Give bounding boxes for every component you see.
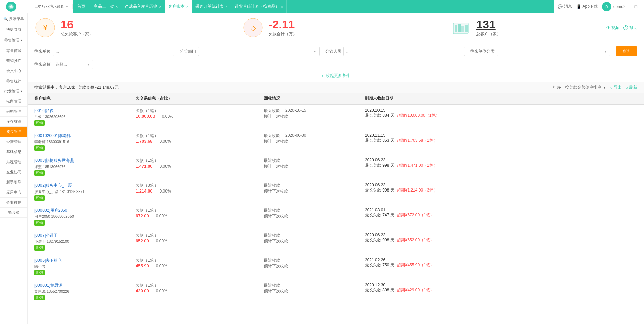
- sidebar-item-wholesale[interactable]: 批发管理 ▼: [0, 86, 27, 96]
- tab-products[interactable]: 商品上下架 ×: [90, 0, 121, 13]
- tab-close-icon[interactable]: ×: [281, 5, 283, 9]
- tab-purchase-stats[interactable]: 进货单统计表（按商品） ×: [231, 0, 287, 13]
- stat-icon-total: [450, 17, 472, 38]
- tab-customer-account[interactable]: 客户账本 ×: [165, 0, 192, 13]
- sidebar-item-basic-info[interactable]: 基础信息: [0, 147, 27, 157]
- unit-class-label: 往来单位分类: [470, 49, 495, 54]
- sort-selector[interactable]: 排序：按欠款金额倒序排序 ▼: [553, 85, 606, 90]
- customer-cell: [0016]吕俊 吕俊 13026203696 现销: [34, 108, 136, 126]
- unit-class-select[interactable]: ▼: [497, 47, 610, 56]
- sidebar-item-retail-mgmt[interactable]: 零售管理 ▲: [0, 35, 27, 46]
- export-btn[interactable]: ○ 导出: [610, 85, 622, 90]
- debt-amount: 429.00: [136, 288, 149, 293]
- stats-row: ¥ 16 总欠款客户（家） ◇: [28, 13, 644, 42]
- stat-icon-debt: ¥: [34, 17, 56, 38]
- user-area[interactable]: D demo2: [602, 2, 626, 11]
- customer-phone: 陈小希: [34, 264, 136, 269]
- debt-label: 欠款（1笔）: [136, 283, 264, 288]
- overdue-amount-link[interactable]: 超期¥1,214.00（3笔）: [397, 187, 438, 193]
- overdue-amount-link[interactable]: 超期¥10,000.00（1笔）: [397, 113, 440, 118]
- customer-name-link[interactable]: [0002]服务中心_丁磊: [34, 183, 136, 188]
- customer-name-link[interactable]: [0006]去下粮仓: [34, 258, 136, 263]
- stat-label-debt-total: 欠款合计（万）: [269, 31, 297, 37]
- username: demo2: [613, 4, 626, 9]
- app-download-btn[interactable]: 📱 App下载: [576, 4, 598, 9]
- tab-close-icon[interactable]: ×: [116, 5, 118, 9]
- sidebar-item-retail-mall[interactable]: 零售商城: [0, 46, 27, 56]
- overdue-cell: 2020.12.30 最长欠款 808 天 超期¥429.00（1笔）: [365, 283, 637, 300]
- tab-close-icon[interactable]: ×: [186, 5, 188, 9]
- tab-close-icon[interactable]: ×: [159, 5, 161, 9]
- debt-cell: 欠款（1笔） 429.00 0.00%: [136, 283, 264, 300]
- sidebar-item-search-menu[interactable]: 🔍 搜索菜单: [0, 13, 27, 24]
- sidebar-item-marketing[interactable]: 营销推广: [0, 56, 27, 66]
- sidebar-item-quick-nav[interactable]: 快捷导航: [0, 24, 27, 35]
- debt-cell: 欠款（1笔） 1,703.68 0.00%: [136, 133, 264, 151]
- tab-close-icon[interactable]: ×: [225, 5, 227, 9]
- sidebar-item-collab[interactable]: 企业协同: [0, 167, 27, 177]
- tab-purchase-order[interactable]: 采购订单统计表 ×: [192, 0, 231, 13]
- balance-select[interactable]: 选择... ▼: [53, 60, 93, 69]
- dept-select[interactable]: ▼: [198, 47, 320, 56]
- sidebar-item-inventory[interactable]: 库存核算: [0, 117, 27, 127]
- debt-cell: 欠款（1笔） 10,000.00 0.00%: [136, 108, 264, 126]
- recovery-cell: 最近收款 预计下次收款: [264, 233, 365, 251]
- table-row: [0003]畅捷服务尹海燕 海燕 18513066976 现销 欠款（1笔） 1…: [28, 154, 644, 179]
- message-btn[interactable]: 💬 消息: [558, 4, 572, 9]
- store-selector[interactable]: 母婴行业演示账套 ▼: [31, 4, 73, 9]
- customer-name-link[interactable]: [000001]黄思源: [34, 283, 136, 288]
- stat-icon-debt-total: ◇: [242, 17, 264, 38]
- customer-tag: 现销: [34, 220, 45, 226]
- debt-label: 欠款（1笔）: [136, 258, 264, 263]
- customer-cell: [0002]服务中心_丁磊 服务中心_丁磊 181 0125 8371 现销: [34, 183, 136, 201]
- stat-number-total-customers[interactable]: 131: [476, 19, 501, 30]
- debt-label: 欠款（1笔）: [136, 133, 264, 139]
- customer-tag: 现销: [34, 145, 45, 151]
- sidebar-item-member[interactable]: 会员中心: [0, 66, 27, 76]
- overdue-amount-link[interactable]: 超期¥455.90（1笔）: [397, 262, 434, 268]
- customer-name-link[interactable]: [0003]畅捷服务尹海燕: [34, 158, 136, 164]
- sidebar-item-retail-stats[interactable]: 零售统计: [0, 76, 27, 86]
- sidebar-item-purchase[interactable]: 采购管理: [0, 107, 27, 117]
- table-row: [0006]去下粮仓 陈小希 现销 欠款（1笔） 455.90 0.00% 最: [28, 254, 644, 279]
- debt-pct: 0.00%: [156, 264, 167, 268]
- tab-home[interactable]: 首页: [73, 0, 90, 13]
- overdue-amount-link[interactable]: 超期¥1,471.00（1笔）: [397, 163, 438, 168]
- sidebar-item-operation[interactable]: 经营管理: [0, 137, 27, 147]
- help-btn[interactable]: ? 帮助: [623, 25, 637, 31]
- maximize-icon[interactable]: □: [635, 4, 637, 9]
- customer-cell: [0007]小进干 小进干 18279152100 现销: [34, 233, 136, 251]
- sidebar-item-wechat[interactable]: 企业微信: [0, 198, 27, 208]
- tab-stock-history[interactable]: 产成品入库单历史 ×: [121, 0, 165, 13]
- overdue-amount-link[interactable]: 超期¥1,703.68（1笔）: [397, 138, 438, 143]
- debt-pct: 0.00%: [156, 214, 167, 218]
- view-btn[interactable]: 👁 视频: [606, 25, 619, 31]
- svg-rect-9: [461, 26, 464, 32]
- sidebar-item-app-center[interactable]: 应用中心: [0, 187, 27, 198]
- person-input[interactable]: ...: [343, 47, 465, 56]
- customer-tag: 现销: [34, 120, 45, 126]
- minimize-icon[interactable]: ─: [630, 4, 633, 9]
- customer-name-link[interactable]: [000002]用户2050: [34, 208, 136, 213]
- refresh-btn[interactable]: ○ 刷新: [626, 85, 637, 90]
- from-unit-input[interactable]: ...: [53, 47, 174, 56]
- sidebar-item-vip[interactable]: 畅会员: [0, 208, 27, 218]
- debt-amount: 652.00: [136, 238, 149, 243]
- stat-card-debt-total: ◇ -2.11 欠款合计（万）: [232, 17, 440, 38]
- collapse-btn[interactable]: ⟨⟨ 收起更多条件: [322, 73, 350, 79]
- svg-text:◇: ◇: [251, 24, 256, 32]
- customer-name-link[interactable]: [0016]吕俊: [34, 108, 136, 114]
- sidebar-item-system[interactable]: 系统管理: [0, 157, 27, 167]
- overdue-amount-link[interactable]: 超期¥652.00（1笔）: [397, 237, 434, 243]
- table-container: 客户信息 欠交易信息（占比） 回收情况 到期未收款日期 [0016]吕俊 吕俊 …: [28, 93, 644, 324]
- sidebar-item-finance[interactable]: 资金管理: [0, 127, 27, 137]
- overdue-amount-link[interactable]: 超期¥672.00（1笔）: [397, 212, 434, 218]
- overdue-amount-link[interactable]: 超期¥429.00（1笔）: [397, 287, 434, 293]
- sidebar-item-ecommerce[interactable]: 电商管理: [0, 96, 27, 107]
- table-row: [0001020001]李老师 李老师 18600391516 现销 欠款（1笔…: [28, 129, 644, 154]
- customer-name-link[interactable]: [0007]小进干: [34, 233, 136, 238]
- query-button[interactable]: 查询: [616, 46, 637, 56]
- customer-name-link[interactable]: [0001020001]李老师: [34, 133, 136, 139]
- sidebar-item-guide[interactable]: 新手引导: [0, 177, 27, 187]
- table-row: [0007]小进干 小进干 18279152100 现销 欠款（1笔） 652.…: [28, 229, 644, 254]
